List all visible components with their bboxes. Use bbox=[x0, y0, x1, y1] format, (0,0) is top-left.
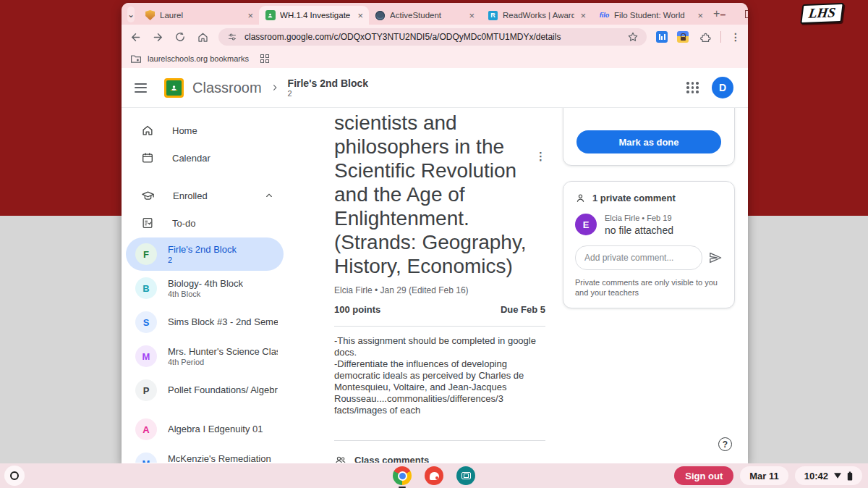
page-content: Classroom Firle's 2nd Block 2 D Home bbox=[122, 68, 748, 463]
extensions-puzzle-icon[interactable] bbox=[698, 30, 711, 43]
tab-activestudent[interactable]: ActiveStudent × bbox=[369, 6, 480, 25]
monitor-icon bbox=[456, 466, 475, 485]
profile-avatar[interactable]: D bbox=[712, 77, 733, 98]
classroom-brand-link[interactable]: Classroom bbox=[192, 80, 262, 96]
globe-favicon bbox=[375, 10, 386, 21]
sidebar-item-calendar[interactable]: Calendar bbox=[122, 144, 289, 172]
classroom-body: Home Calendar Enrolled To-do F Fi bbox=[122, 108, 748, 463]
class-comments-row: Class comments bbox=[334, 454, 545, 463]
sidebar-label: Home bbox=[172, 125, 197, 136]
sign-out-button[interactable]: Sign out bbox=[674, 466, 733, 485]
apps-grid-small-icon[interactable] bbox=[260, 54, 269, 63]
minimize-button[interactable]: – bbox=[720, 9, 726, 20]
sidebar-course-biology[interactable]: B Biology- 4th Block4th Block bbox=[126, 272, 284, 305]
classroom-logo-icon bbox=[164, 78, 184, 98]
tab-strip: ⌄ Laurel × WH.1.4 Investigate × ActiveSt… bbox=[122, 3, 748, 25]
tab-title: WH.1.4 Investigate bbox=[280, 11, 352, 20]
bookmarks-folder-icon[interactable] bbox=[130, 54, 142, 64]
course-avatar: M bbox=[135, 345, 157, 367]
browser-menu-kebab-icon[interactable]: ⋮ bbox=[731, 31, 741, 43]
divider bbox=[334, 326, 545, 327]
send-icon[interactable] bbox=[708, 251, 723, 264]
tab-laurel[interactable]: Laurel × bbox=[139, 6, 259, 25]
course-name: Firle's 2nd Block bbox=[288, 78, 368, 89]
sidebar-item-enrolled[interactable]: Enrolled bbox=[122, 182, 289, 209]
assignment-due-date: Due Feb 5 bbox=[501, 304, 545, 315]
header-right: D bbox=[686, 77, 733, 98]
maximize-button[interactable] bbox=[745, 10, 748, 18]
sidebar-course-hunter[interactable]: M Mrs. Hunter's Science Class4th Period bbox=[126, 340, 284, 373]
site-settings-icon[interactable] bbox=[226, 30, 239, 43]
course-sub: 2 bbox=[168, 256, 237, 264]
close-icon[interactable]: × bbox=[469, 10, 475, 21]
screencast-app-button[interactable] bbox=[456, 466, 475, 485]
home-icon[interactable] bbox=[196, 30, 209, 43]
bookmark-star-icon[interactable] bbox=[626, 30, 639, 43]
private-comments-header: 1 private comment bbox=[592, 193, 676, 203]
sidebar-course-algebra[interactable]: A Algebra I Edgenuity 01 bbox=[126, 413, 284, 446]
assignment-description: -This assignment should be completed in … bbox=[334, 335, 545, 416]
bookmarks-folder-label[interactable]: laurelschools.org bookmarks bbox=[148, 54, 249, 63]
close-icon[interactable]: × bbox=[580, 10, 586, 21]
chevron-up-icon[interactable] bbox=[265, 191, 273, 200]
browser-window: ⌄ Laurel × WH.1.4 Investigate × ActiveSt… bbox=[122, 3, 748, 463]
tab-search-button[interactable]: ⌄ bbox=[127, 7, 135, 22]
launcher-icon bbox=[10, 471, 19, 480]
tab-readworks[interactable]: R ReadWorks | Award × bbox=[482, 6, 592, 25]
forward-icon[interactable] bbox=[151, 30, 164, 43]
course-name: Biology- 4th Block bbox=[168, 278, 243, 289]
home-icon bbox=[141, 124, 154, 137]
comment-author: Elcia Firle • Feb 19 bbox=[605, 214, 673, 222]
sidebar-item-home[interactable]: Home bbox=[122, 117, 289, 144]
question-mark-icon: ? bbox=[723, 439, 728, 450]
course-avatar: B bbox=[135, 277, 157, 299]
private-comment-input[interactable] bbox=[575, 245, 702, 270]
sidebar-course-sims[interactable]: S Sims Block #3 - 2nd Semester bbox=[126, 306, 284, 339]
course-avatar: F bbox=[135, 243, 157, 265]
course-name: McKenzie's Remediation bbox=[168, 453, 271, 463]
address-bar[interactable]: classroom.google.com/c/ODQxOTY3NTU2NDI5/… bbox=[218, 28, 647, 46]
course-avatar: S bbox=[135, 311, 157, 333]
tab-filo[interactable]: filo Filo Student: World × bbox=[593, 6, 709, 25]
date-pill[interactable]: Mar 11 bbox=[740, 466, 788, 485]
canvas-app-button[interactable] bbox=[425, 466, 443, 485]
close-icon[interactable]: × bbox=[357, 10, 363, 21]
help-button[interactable]: ? bbox=[718, 437, 732, 451]
course-section: 2 bbox=[288, 89, 368, 98]
chrome-app-button[interactable] bbox=[393, 466, 412, 485]
right-panel: Mark as done 1 private comment E Elcia F… bbox=[563, 108, 735, 463]
assignment-menu-kebab-icon[interactable]: ⋮ bbox=[535, 150, 546, 163]
private-comments-card: 1 private comment E Elcia Firle • Feb 19… bbox=[563, 181, 735, 308]
hamburger-menu-icon[interactable] bbox=[132, 80, 150, 96]
sidebar-label: To-do bbox=[172, 218, 196, 229]
extension-icon-lock[interactable] bbox=[677, 31, 689, 43]
assignment-byline: Elcia Firle • Jan 29 (Edited Feb 16) bbox=[334, 285, 545, 295]
assignment-points: 100 points bbox=[334, 304, 380, 315]
tab-title: ActiveStudent bbox=[390, 11, 463, 20]
course-avatar: P bbox=[135, 379, 157, 401]
tab-title: Filo Student: World bbox=[614, 11, 692, 20]
course-name: Mrs. Hunter's Science Class bbox=[168, 346, 278, 357]
time-label: 10:42 bbox=[804, 471, 828, 481]
breadcrumb-course[interactable]: Firle's 2nd Block 2 bbox=[288, 78, 368, 98]
sidebar-course-pollet[interactable]: P Pollet Foundations/ Algebra 1 (... bbox=[126, 374, 284, 407]
close-icon[interactable]: × bbox=[247, 10, 253, 21]
people-icon bbox=[334, 454, 347, 463]
private-comment: E Elcia Firle • Feb 19 no file attached bbox=[575, 214, 723, 236]
back-icon[interactable] bbox=[129, 30, 142, 43]
sidebar-label: Calendar bbox=[172, 153, 210, 164]
reload-icon[interactable] bbox=[174, 30, 187, 43]
mark-as-done-button[interactable]: Mark as done bbox=[576, 130, 721, 153]
new-tab-button[interactable]: + bbox=[713, 5, 720, 22]
sidebar-course-mckenzie[interactable]: M McKenzie's RemediationELA/Social Studi… bbox=[126, 447, 284, 463]
status-tray[interactable]: 10:42 bbox=[795, 466, 862, 485]
close-icon[interactable]: × bbox=[697, 10, 703, 21]
sidebar-item-todo[interactable]: To-do bbox=[122, 209, 289, 237]
sidebar-course-firle[interactable]: F Firle's 2nd Block2 bbox=[126, 237, 284, 271]
launcher-button[interactable] bbox=[4, 466, 25, 486]
tab-classroom-active[interactable]: WH.1.4 Investigate × bbox=[259, 6, 369, 25]
extension-icon-blue[interactable] bbox=[656, 31, 668, 43]
google-apps-grid-icon[interactable] bbox=[686, 82, 699, 93]
toolbar-divider bbox=[720, 31, 721, 43]
readworks-favicon: R bbox=[488, 10, 498, 21]
